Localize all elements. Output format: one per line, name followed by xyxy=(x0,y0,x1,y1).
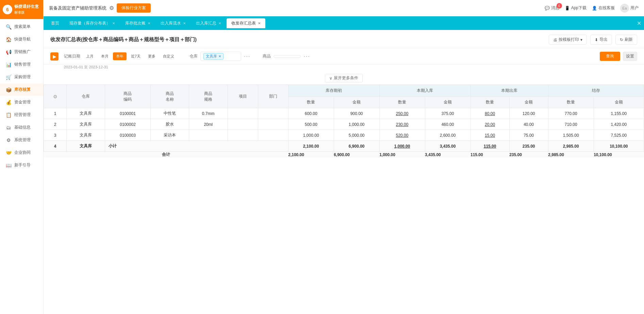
row-goods-code: 0100001 xyxy=(105,108,150,119)
enterprise-icon: 🤝 xyxy=(5,150,12,155)
warehouse-input[interactable]: 文具库 ✕ xyxy=(200,52,241,61)
date-btn-prev-month[interactable]: 上月 xyxy=(83,52,97,60)
row-no: 1 xyxy=(44,108,67,119)
tab-bar-close-all[interactable]: ✕ xyxy=(637,20,641,27)
header-settings-icon[interactable]: ⚙ xyxy=(109,5,114,11)
tab-batch-close[interactable]: ✕ xyxy=(148,21,150,25)
tab-inventory-dist-label: 现存量（库存分布表） xyxy=(69,20,110,26)
app-title: 畅捷通好生意 xyxy=(14,4,39,10)
date-buttons: 上月 本月 本年 近7天 更多 自定义 xyxy=(83,52,177,60)
export-button[interactable]: ⬇ 导出 xyxy=(590,35,612,45)
refresh-button[interactable]: ↻ 刷新 xyxy=(615,35,637,45)
app-download-action[interactable]: 📱 App下载 xyxy=(565,5,587,11)
expand-icon: ∨ xyxy=(329,76,332,81)
row-warehouse: 文具库 xyxy=(67,119,105,130)
print-button[interactable]: 🖨 按模板打印 ▾ xyxy=(549,35,587,45)
sidebar-item-marketing[interactable]: 📢 营销推广 xyxy=(0,46,43,58)
tab-receipt-close[interactable]: ✕ xyxy=(258,21,261,25)
sidebar-item-purchase[interactable]: 🛒 采购管理 xyxy=(0,71,43,83)
sidebar-item-sales[interactable]: 📊 销售管理 xyxy=(0,58,43,71)
query-button[interactable]: 查询 xyxy=(600,52,620,61)
print-icon: 🖨 xyxy=(553,37,557,42)
row-out-qty[interactable]: 15.00 xyxy=(470,130,509,141)
total-label-cell: 合计 xyxy=(44,152,288,158)
tab-in-out-flow[interactable]: 出入库流水 ✕ xyxy=(156,18,191,28)
row-in-qty[interactable]: 250.00 xyxy=(379,108,425,119)
sidebar-label-guide: 新手引导 xyxy=(14,162,31,168)
row-goods-name: 中性笔 xyxy=(150,108,189,119)
column-settings-icon[interactable]: ⚙ xyxy=(53,94,57,99)
subtotal-out-qty[interactable]: 115.00 xyxy=(470,141,509,152)
tab-inventory-dist-close[interactable]: ✕ xyxy=(112,21,115,25)
date-btn-this-month[interactable]: 本月 xyxy=(98,52,112,60)
sidebar-item-finance[interactable]: 💰 资金管理 xyxy=(0,96,43,109)
row-goods-name: 采访本 xyxy=(150,130,189,141)
warehouse-tag-close[interactable]: ✕ xyxy=(218,54,221,58)
settings-text-button[interactable]: 设置 xyxy=(623,52,637,61)
date-btn-custom[interactable]: 自定义 xyxy=(160,52,177,60)
home-icon: 🏠 xyxy=(5,37,12,42)
row-out-amt: 40.00 xyxy=(509,119,548,130)
user-action[interactable]: Ea 用户 xyxy=(620,4,639,13)
expand-more-button[interactable]: ∨ 展开更多条件 xyxy=(325,74,363,82)
goods-filter-label: 商品 xyxy=(263,53,271,59)
date-btn-more[interactable]: 更多 xyxy=(145,52,159,60)
tab-inventory-dist[interactable]: 现存量（库存分布表） ✕ xyxy=(65,18,120,28)
row-opening-amt: 900.00 xyxy=(334,108,379,119)
trial-button[interactable]: 体验行业方案 xyxy=(117,3,151,13)
total-out-qty: 115.00 xyxy=(470,152,509,158)
date-btn-this-year[interactable]: 本年 xyxy=(113,52,127,60)
message-action[interactable]: 💬 消息 6 xyxy=(545,5,559,11)
row-out-qty[interactable]: 20.00 xyxy=(470,119,509,130)
subtotal-label: 小计 xyxy=(105,141,288,152)
sidebar-item-enterprise[interactable]: 🤝 企业协同 xyxy=(0,146,43,159)
sidebar-item-quick-nav[interactable]: 🏠 快捷导航 xyxy=(0,33,43,46)
total-out-amt: 235.00 xyxy=(509,152,548,158)
warehouse-filter-group: 仓库 文具库 ✕ ··· xyxy=(183,52,250,61)
inventory-icon: 📦 xyxy=(5,87,12,93)
filter-toggle-button[interactable]: ▶ xyxy=(50,52,59,61)
goods-more-dots[interactable]: ··· xyxy=(303,53,310,60)
tab-batch-accounts[interactable]: 库存批次账 ✕ xyxy=(120,18,155,28)
row-project xyxy=(228,119,258,130)
online-service-action[interactable]: 👤 在线客服 xyxy=(592,5,615,11)
col-goods-spec-header: 商品规格 xyxy=(189,85,228,108)
tab-summary-close[interactable]: ✕ xyxy=(218,21,221,25)
goods-filter-group: 商品 ··· xyxy=(256,53,310,60)
date-btn-7days[interactable]: 近7天 xyxy=(128,52,144,60)
table-wrap: ⚙ 仓库 商品编码 商品名称 商品规格 项目 部门 库存期初 本期入库 本期出库… xyxy=(44,85,644,178)
sidebar-menu: 🔍 搜索菜单 🏠 快捷导航 📢 营销推广 📊 销售管理 🛒 采购管理 📦 库存核… xyxy=(0,19,43,314)
total-in-qty: 1,000.00 xyxy=(379,152,425,158)
sidebar-item-inventory[interactable]: 📦 库存核算 xyxy=(0,83,43,96)
sidebar-item-system[interactable]: ⚙ 系统管理 xyxy=(0,134,43,146)
row-in-amt: 2,600.00 xyxy=(425,130,470,141)
app-logo-icon: 6 xyxy=(3,5,12,14)
tab-in-out-summary[interactable]: 出入库汇总 ✕ xyxy=(191,18,226,28)
subtotal-in-qty[interactable]: 1,000.00 xyxy=(379,141,425,152)
col-goods-name-header: 商品名称 xyxy=(150,85,189,108)
tab-flow-close[interactable]: ✕ xyxy=(183,21,186,25)
total-balance-amt: 10,100.00 xyxy=(594,152,644,158)
row-in-qty[interactable]: 230.00 xyxy=(379,119,425,130)
tab-home[interactable]: 首页 xyxy=(46,18,64,28)
subtotal-balance-amt: 10,100.00 xyxy=(594,141,644,152)
tab-receipt-summary[interactable]: 收发存汇总表 ✕ xyxy=(227,18,265,28)
avatar: Ea xyxy=(620,4,629,13)
row-out-qty[interactable]: 80.00 xyxy=(470,108,509,119)
sidebar-item-guide[interactable]: 📖 新手引导 xyxy=(0,159,43,171)
row-in-qty[interactable]: 520.00 xyxy=(379,130,425,141)
sidebar-item-basic-info[interactable]: 🗂 基础信息 xyxy=(0,121,43,134)
sidebar-item-operations[interactable]: 📋 经营管理 xyxy=(0,109,43,121)
goods-input[interactable] xyxy=(274,55,301,58)
col-in-amt: 金额 xyxy=(425,97,470,108)
total-opening-qty: 2,100.00 xyxy=(288,152,334,158)
sidebar-label-system: 系统管理 xyxy=(14,137,31,143)
page-inner: 收发存汇总表(按仓库＋商品编码＋商品＋规格型号＋项目＋部门) 🖨 按模板打印 ▾… xyxy=(44,30,644,314)
warehouse-more-dots[interactable]: ··· xyxy=(244,53,250,60)
operations-icon: 📋 xyxy=(5,112,12,118)
col-settings[interactable]: ⚙ xyxy=(44,85,67,108)
search-icon: 🔍 xyxy=(5,24,12,30)
row-opening-qty: 600.00 xyxy=(288,108,334,119)
sidebar-item-search[interactable]: 🔍 搜索菜单 xyxy=(0,20,43,33)
subtotal-balance-qty: 2,985.00 xyxy=(548,141,594,152)
